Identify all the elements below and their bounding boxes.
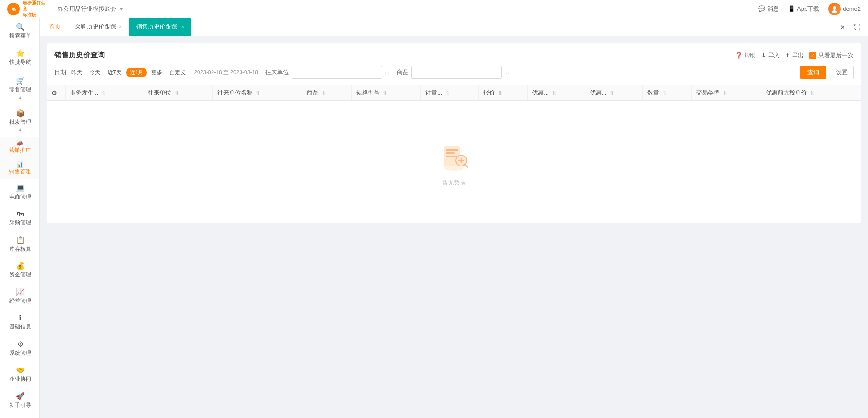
table-th-discount2[interactable]: 优惠... ⇅: [585, 85, 642, 101]
table-th-unit[interactable]: 计量... ⇅: [421, 85, 478, 101]
only-last-checkbox-label[interactable]: ✓ 只看最后一次: [809, 52, 854, 60]
table-th-qty[interactable]: 数量 ⇅: [642, 85, 692, 101]
sidebar-item-inventory[interactable]: 📋 库存核算: [0, 231, 39, 257]
header-right: 💬 消息 📱 App下载 demo2: [758, 3, 861, 15]
sort-discount1-icon: ⇅: [552, 90, 556, 95]
sidebar-label-retail: 零售管理: [9, 86, 31, 94]
table-th-partner-code[interactable]: 往来单位 ⇅: [143, 85, 212, 101]
page-card: 销售历史价查询 ❓ 帮助 ⬇ 导入 ⬆ 导出: [47, 43, 861, 223]
retail-icon: 🛒: [16, 76, 25, 85]
sidebar-sub-item-marketing[interactable]: 📣 营销推广: [0, 137, 39, 158]
date-btn-1month[interactable]: 近1月: [126, 68, 147, 77]
sort-quote-icon: ⇅: [498, 90, 502, 95]
user-menu[interactable]: demo2: [828, 3, 861, 15]
date-filter-label: 日期: [54, 68, 66, 76]
sidebar-item-quicknav[interactable]: ⭐ 快捷导航: [0, 44, 39, 71]
export-btn[interactable]: ⬆ 导出: [785, 52, 804, 60]
tab-purchase-price[interactable]: 采购历史价跟踪 ×: [68, 18, 129, 36]
import-icon: ⬇: [761, 52, 766, 59]
tab-sales-price[interactable]: 销售历史价跟踪 ×: [129, 18, 191, 36]
date-btn-today[interactable]: 今天: [87, 68, 103, 77]
app-download-btn[interactable]: 📱 App下载: [788, 5, 819, 13]
goods-input[interactable]: [411, 66, 502, 79]
table-th-goods[interactable]: 商品 ⇅: [302, 85, 352, 101]
sidebar-label-operations: 经营管理: [9, 298, 31, 305]
checkbox-checked-icon: ✓: [809, 52, 816, 59]
header-dropdown-icon[interactable]: ▾: [120, 6, 123, 12]
sidebar-item-purchase[interactable]: 🛍 采购管理: [0, 205, 39, 231]
goods-filter-group: 商品 ···: [397, 66, 509, 79]
sort-unit-icon: ⇅: [446, 90, 449, 95]
tab-close-all-btn[interactable]: ✕: [837, 22, 848, 33]
sidebar-label-collab: 企业协同: [9, 376, 31, 383]
sidebar-item-ecommerce[interactable]: 💻 电商管理: [0, 179, 39, 205]
sidebar-item-basicinfo[interactable]: ℹ 基础信息: [0, 309, 39, 335]
sidebar-item-search[interactable]: 🔍 搜索菜单: [0, 18, 39, 44]
svg-point-2: [833, 6, 836, 10]
table-header: ⚙ 业务发生... ⇅ 往来单位 ⇅ 往来单位名称: [47, 85, 861, 101]
sort-discount2-icon: ⇅: [610, 90, 613, 95]
message-icon: 💬: [758, 5, 765, 12]
content-area: 首页 采购历史价跟踪 × 销售历史价跟踪 × ✕ ⛶ 销售历史价查询: [40, 18, 868, 418]
logo-text: 畅捷通好生意 标准版: [23, 0, 46, 18]
partner-filter-label: 往来单位: [265, 68, 289, 76]
table-th-biz-date[interactable]: 业务发生... ⇅: [65, 85, 143, 101]
sort-trade-type-icon: ⇅: [723, 90, 727, 95]
date-btn-custom[interactable]: 自定义: [167, 68, 189, 77]
tab-purchase-close-icon[interactable]: ×: [119, 24, 122, 29]
sysmanage-icon: ⚙: [17, 340, 24, 348]
tab-fullscreen-btn[interactable]: ⛶: [852, 22, 863, 33]
sort-partner-code-icon: ⇅: [175, 90, 179, 95]
sidebar-item-wholesale[interactable]: 📦 批发管理 ▲: [0, 104, 39, 137]
table-th-trade-type[interactable]: 交易类型 ⇅: [692, 85, 761, 101]
sort-goods-icon: ⇅: [322, 90, 326, 95]
table-th-pre-tax[interactable]: 优惠前无税单价 ⇅: [761, 85, 861, 101]
sort-pre-tax-icon: ⇅: [811, 90, 814, 95]
svg-line-12: [464, 164, 467, 167]
table-th-settings[interactable]: ⚙: [47, 85, 65, 101]
svg-point-3: [832, 10, 837, 13]
retail-arrow-icon: ▲: [18, 95, 23, 100]
empty-state: 暂无数据: [47, 101, 861, 223]
date-btn-7days[interactable]: 近7天: [105, 68, 124, 77]
export-icon: ⬆: [785, 52, 790, 59]
date-btn-yesterday[interactable]: 昨天: [69, 68, 85, 77]
inventory-icon: 📋: [16, 236, 25, 244]
date-filter-group: 日期 昨天 今天 近7天 近1月 更多 自定义 2023-02-18 至 202…: [54, 68, 258, 77]
sort-qty-icon: ⇅: [663, 90, 666, 95]
tab-home[interactable]: 首页: [42, 18, 68, 36]
operations-icon: 📈: [16, 288, 25, 296]
sidebar-label-newuser: 新手引导: [9, 402, 31, 409]
tab-sales-close-icon[interactable]: ×: [181, 24, 184, 29]
logo-icon: 畅: [7, 3, 20, 15]
sidebar-item-appcenter[interactable]: 🔲 应用中心: [0, 413, 39, 418]
goods-dots-icon[interactable]: ···: [505, 69, 509, 76]
import-btn[interactable]: ⬇ 导入: [761, 52, 780, 60]
sidebar-label-ecommerce: 电商管理: [9, 194, 31, 201]
table-th-partner-name[interactable]: 往来单位名称 ⇅: [212, 85, 302, 101]
sidebar-item-newuser[interactable]: 🚀 新手引导: [0, 387, 39, 413]
table-th-spec[interactable]: 规格型号 ⇅: [351, 85, 421, 101]
partner-dots-icon[interactable]: ···: [385, 69, 390, 76]
svg-rect-8: [446, 156, 457, 157]
query-btn[interactable]: 查询: [800, 66, 826, 79]
messages-btn[interactable]: 💬 消息: [758, 5, 779, 13]
sidebar-item-operations[interactable]: 📈 经营管理: [0, 283, 39, 309]
download-icon: 📱: [788, 5, 795, 12]
collab-icon: 🤝: [16, 366, 25, 375]
table-th-quote[interactable]: 报价 ⇅: [478, 85, 528, 101]
settings-btn[interactable]: 设置: [830, 66, 854, 79]
partner-filter-group: 往来单位 ···: [265, 66, 390, 79]
sidebar-item-finance[interactable]: 💰 资金管理: [0, 257, 39, 283]
tab-bar: 首页 采购历史价跟踪 × 销售历史价跟踪 × ✕ ⛶: [40, 18, 868, 36]
date-btn-more[interactable]: 更多: [149, 68, 165, 77]
sidebar-item-retail[interactable]: 🛒 零售管理 ▲: [0, 72, 39, 104]
logo-area: 畅 畅捷通好生意 标准版: [7, 0, 46, 18]
sidebar-sub-item-sales[interactable]: 📊 销售管理: [0, 158, 39, 179]
sidebar-item-collab[interactable]: 🤝 企业协同: [0, 361, 39, 388]
sidebar-item-sysmanage[interactable]: ⚙ 系统管理: [0, 335, 39, 361]
partner-input[interactable]: [292, 66, 382, 79]
help-btn[interactable]: ❓ 帮助: [735, 52, 756, 60]
sidebar-label-finance: 资金管理: [9, 271, 31, 279]
table-th-discount1[interactable]: 优惠... ⇅: [528, 85, 585, 101]
